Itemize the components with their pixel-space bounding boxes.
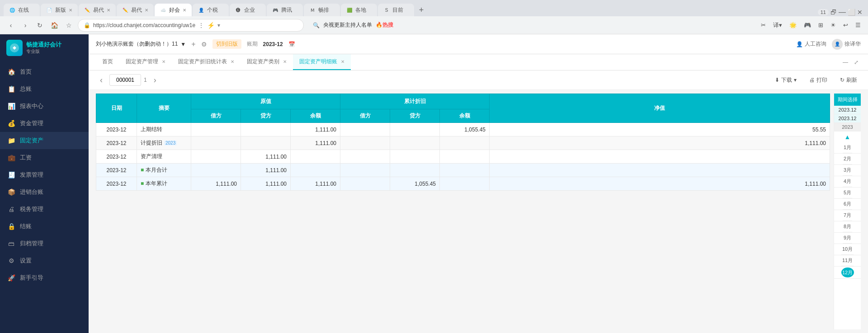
browser-tab-t11[interactable]: S 目前 bbox=[378, 4, 414, 16]
period-month-2月[interactable]: 2月 bbox=[843, 154, 852, 164]
back-button[interactable]: ‹ bbox=[5, 20, 16, 31]
period-month-4月[interactable]: 4月 bbox=[843, 176, 852, 187]
sidebar-item-settings[interactable]: ⚙ 设置 bbox=[0, 252, 89, 269]
browser-tab-t2[interactable]: 📄 新版 ✕ bbox=[41, 4, 78, 16]
period-month-7月[interactable]: 7月 bbox=[843, 210, 852, 221]
sidebar-item-closing[interactable]: 🔒 结账 bbox=[0, 218, 89, 235]
grid-tool[interactable]: ⊞ bbox=[816, 21, 825, 29]
user-name: 徐译华 bbox=[844, 40, 861, 48]
browser-tab-t5[interactable]: ☁️ 好会 ✕ bbox=[155, 4, 192, 16]
sidebar-item-fixed[interactable]: 📁 固定资产 bbox=[0, 132, 89, 149]
hot-search-label[interactable]: 🔥热搜 bbox=[376, 21, 393, 29]
forward-button[interactable]: › bbox=[20, 20, 31, 31]
tab-close-t3[interactable]: ✕ bbox=[107, 8, 110, 13]
sidebar-label-reports: 报表中心 bbox=[20, 102, 43, 110]
period-month-9月[interactable]: 9月 bbox=[843, 233, 852, 244]
period-scroll-up[interactable]: ▲ bbox=[834, 131, 861, 142]
tab-label-t6: 个税 bbox=[207, 6, 218, 14]
browser-tab-t9[interactable]: Ⅿ 畅排 bbox=[304, 4, 340, 16]
page-tab-close-fixed-category[interactable]: ✕ bbox=[283, 59, 287, 64]
minimize-btn[interactable]: — bbox=[839, 8, 846, 16]
period-month-6月[interactable]: 6月 bbox=[843, 199, 852, 210]
settings-icon[interactable]: ⚙ bbox=[201, 41, 207, 48]
browser-tab-t10[interactable]: 🟩 各地 bbox=[341, 4, 377, 16]
period-header-title: 期间选择 bbox=[834, 94, 861, 106]
table-row: 2023-12 计提折旧2023 1,111.00 1,111.00 bbox=[96, 136, 830, 150]
browser-tab-t7[interactable]: 🅒 企业 bbox=[230, 4, 266, 16]
download-dropdown[interactable]: ▾ bbox=[794, 77, 797, 83]
next-page-button[interactable]: › bbox=[150, 75, 160, 85]
table-row: 2023-12 上期结转 1,111.00 1,055.45 55.55 bbox=[96, 123, 830, 136]
tab-minimize-icon[interactable]: — bbox=[841, 58, 850, 67]
scissors-tool[interactable]: ✂ bbox=[759, 21, 768, 29]
sidebar-item-funds[interactable]: 💰 资金管理 bbox=[0, 115, 89, 132]
sidebar-nav: 🏠 首页📋 总账📊 报表中心💰 资金管理📁 固定资产💼 工资🧾 发票管理📦 进销… bbox=[0, 61, 89, 333]
cell-net-value: 1,111.00 bbox=[490, 177, 830, 191]
asset-code-input[interactable] bbox=[109, 74, 141, 86]
period-month-3月[interactable]: 3月 bbox=[843, 165, 852, 176]
download-button[interactable]: ⬇ 下载 ▾ bbox=[771, 75, 800, 86]
page-tab-fixed-depr-stat[interactable]: 固定资产折旧统计表 ✕ bbox=[172, 54, 241, 70]
period-month-1月[interactable]: 1月 bbox=[843, 142, 852, 153]
bookmark-button[interactable]: ☆ bbox=[63, 20, 74, 31]
page-tab-home[interactable]: 首页 bbox=[96, 54, 119, 70]
page-tab-fixed-mgmt[interactable]: 固定资产管理 ✕ bbox=[119, 54, 172, 70]
switch-version-btn[interactable]: 切到旧版 bbox=[212, 39, 241, 49]
undo-tool[interactable]: ↩ bbox=[841, 21, 850, 29]
sidebar-item-tax[interactable]: 🖨 税务管理 bbox=[0, 201, 89, 218]
browser-tab-t4[interactable]: ✏️ 易代 ✕ bbox=[117, 4, 154, 16]
tab-close-t4[interactable]: ✕ bbox=[145, 8, 148, 13]
sidebar-item-guide[interactable]: 🚀 新手引导 bbox=[0, 269, 89, 286]
url-bar[interactable]: 🔒 https://cloud.chanjet.com/accounting/u… bbox=[78, 19, 304, 32]
print-button[interactable]: 🖨 打印 bbox=[806, 75, 831, 86]
close-btn[interactable]: ✕ bbox=[857, 9, 863, 16]
period-month-8月[interactable]: 8月 bbox=[843, 221, 852, 232]
sidebar-item-invoice[interactable]: 🧾 发票管理 bbox=[0, 166, 89, 183]
home-button[interactable]: 🏠 bbox=[49, 20, 60, 31]
brightness-tool[interactable]: ☀ bbox=[829, 21, 838, 29]
new-tab-button[interactable]: + bbox=[415, 4, 428, 16]
sidebar-item-inventory[interactable]: 📦 进销台账 bbox=[0, 183, 89, 201]
sidebar-item-salary[interactable]: 💼 工资 bbox=[0, 149, 89, 166]
add-account-button[interactable]: + bbox=[191, 40, 195, 48]
tab-maximize-icon[interactable]: ⤢ bbox=[852, 58, 861, 67]
menu-tool[interactable]: ☰ bbox=[854, 21, 863, 29]
tab-close-t2[interactable]: ✕ bbox=[69, 8, 72, 13]
sidebar-item-home[interactable]: 🏠 首页 bbox=[0, 63, 89, 80]
url-dropdown-icon[interactable]: ▾ bbox=[217, 22, 220, 28]
period-month-5月[interactable]: 5月 bbox=[843, 188, 852, 198]
browser-tab-t6[interactable]: 👤 个税 bbox=[193, 4, 229, 16]
page-tab-fixed-category[interactable]: 固定资产类别 ✕ bbox=[241, 54, 293, 70]
lightning-icon[interactable]: ⚡ bbox=[207, 22, 215, 29]
browser-tab-t1[interactable]: 🌐 在线 bbox=[4, 4, 40, 16]
period-month-10月[interactable]: 10月 bbox=[841, 244, 854, 255]
sidebar-label-closing: 结账 bbox=[20, 222, 32, 230]
user-button[interactable]: 👤 徐译华 bbox=[832, 39, 861, 50]
sidebar-item-archive[interactable]: 🗃 归档管理 bbox=[0, 235, 89, 252]
table-wrapper: 日期 摘要 原值 累计折旧 净值 借方 贷方 余额 借方 bbox=[96, 94, 830, 329]
tab-close-t5[interactable]: ✕ bbox=[183, 8, 186, 13]
page-tab-close-fixed-detail[interactable]: ✕ bbox=[341, 59, 344, 64]
sidebar-item-reports[interactable]: 📊 报表中心 bbox=[0, 98, 89, 115]
restore-icon[interactable]: 🗗 bbox=[830, 9, 837, 16]
page-tab-close-fixed-mgmt[interactable]: ✕ bbox=[162, 59, 165, 64]
wallet-tool[interactable]: 🌟 bbox=[788, 21, 798, 29]
page-tab-close-fixed-depr-stat[interactable]: ✕ bbox=[231, 59, 234, 64]
period-month-11月[interactable]: 11月 bbox=[841, 255, 854, 266]
site-info-icon[interactable]: ⋮ bbox=[198, 22, 204, 29]
page-tab-fixed-detail[interactable]: 固定资产明细账 ✕ bbox=[293, 54, 351, 70]
service-button[interactable]: 👤 人工咨询 bbox=[796, 40, 826, 48]
browser-tab-t8[interactable]: 🎮 腾讯 bbox=[267, 4, 303, 16]
company-selector[interactable]: 刘小艳演示账套（勿删勿动！）11 ▼ bbox=[96, 40, 186, 48]
cell-orig-debit bbox=[191, 150, 241, 164]
sidebar-item-ledger[interactable]: 📋 总账 bbox=[0, 80, 89, 98]
browser-tab-t3[interactable]: ✏️ 易代 ✕ bbox=[79, 4, 116, 16]
period-month-12月[interactable]: 12月 bbox=[841, 267, 854, 277]
maximize-btn[interactable]: ⬜ bbox=[848, 9, 855, 16]
prev-page-button[interactable]: ‹ bbox=[96, 75, 107, 85]
translate-tool[interactable]: 译▾ bbox=[771, 20, 784, 30]
calendar-icon[interactable]: 📅 bbox=[288, 41, 295, 47]
refresh-button[interactable]: ↻ 刷新 bbox=[836, 75, 861, 86]
game-tool[interactable]: 🎮 bbox=[802, 21, 813, 29]
refresh-button[interactable]: ↻ bbox=[34, 20, 45, 31]
